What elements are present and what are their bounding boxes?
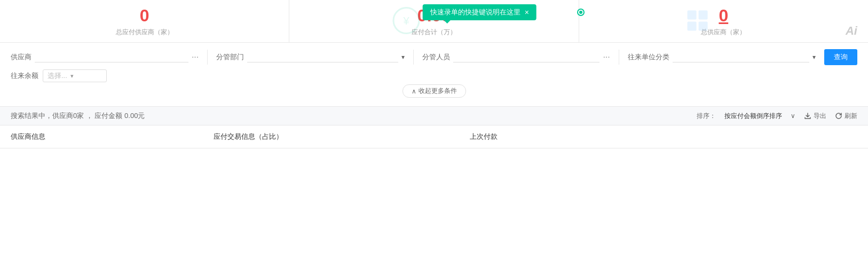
department-chevron[interactable]: ▾ [401, 53, 405, 61]
remainder-placeholder: 选择... [48, 71, 67, 81]
right-actions: 排序： 按应付会额倒序排序 ∨ 导出 刷新 [697, 112, 857, 121]
supplier-label: 供应商 [11, 52, 31, 62]
sort-chevron-icon[interactable]: ∨ [791, 112, 795, 120]
refresh-label: 刷新 [845, 112, 857, 121]
collapse-icon: ∧ [412, 88, 416, 95]
stat-number-payable-suppliers: 0 [140, 5, 149, 26]
manager-input[interactable] [453, 52, 600, 62]
table-header: 供应商信息 应付交易信息（占比） 上次付款 [0, 125, 868, 148]
filter-row-2: 往来余额 选择... ▾ [11, 69, 857, 82]
coin-icon: ¥ [392, 6, 420, 36]
tooltip-text: 快速录单的快捷键说明在这里 [430, 7, 520, 17]
results-text: 搜索结果中，供应商0家 [11, 112, 84, 120]
department-label: 分管部门 [216, 52, 244, 62]
collapse-label: 收起更多条件 [419, 87, 457, 96]
tooltip-close-button[interactable]: × [525, 9, 529, 16]
collapse-button[interactable]: ∧ 收起更多条件 [403, 84, 466, 98]
results-separator: ， [86, 112, 93, 120]
export-label: 导出 [814, 112, 826, 121]
svg-rect-5 [699, 21, 708, 30]
collapse-bar: ∧ 收起更多条件 [11, 82, 857, 102]
category-input[interactable] [673, 52, 809, 62]
remainder-chevron-icon: ▾ [70, 73, 74, 80]
stats-bar: 0 总应付供应商（家） ¥ 0.00 应付合计（万） 快速录单的快捷键说明在这里… [0, 0, 868, 43]
department-filter: 分管部门 ▾ [216, 52, 404, 62]
supplier-dots[interactable]: ··· [192, 52, 199, 62]
grid-icon [686, 9, 709, 34]
ai-label: Ai [846, 24, 857, 38]
manager-dots[interactable]: ··· [603, 52, 610, 62]
shortcut-tooltip: 快速录单的快捷键说明在这里 × [423, 4, 536, 20]
divider-1 [207, 50, 208, 65]
sort-value[interactable]: 按应付会额倒序排序 [724, 112, 782, 121]
filter-row-1: 供应商 ··· 分管部门 ▾ 分管人员 ··· 往来单位分类 ▾ 查询 [11, 49, 857, 65]
divider-2 [413, 50, 414, 65]
stat-number-total-suppliers: 0 [719, 5, 728, 26]
category-filter: 往来单位分类 ▾ [628, 52, 816, 62]
refresh-icon [835, 112, 842, 120]
divider-3 [619, 50, 619, 65]
filter-bar: 供应商 ··· 分管部门 ▾ 分管人员 ··· 往来单位分类 ▾ 查询 [0, 43, 868, 107]
stat-total-payable-suppliers: 0 总应付供应商（家） [0, 0, 289, 42]
department-input[interactable] [247, 52, 398, 62]
supplier-input[interactable] [35, 52, 188, 62]
table-col-transaction-info: 应付交易信息（占比） [214, 132, 470, 142]
export-icon [804, 112, 811, 120]
manager-label: 分管人员 [422, 52, 450, 62]
table-col-last-payment: 上次付款 [470, 132, 857, 142]
svg-text:¥: ¥ [403, 14, 409, 26]
stat-label-payable-suppliers: 总应付供应商（家） [116, 28, 173, 37]
results-amount: 应付金额 0.00元 [94, 112, 145, 120]
category-label: 往来单位分类 [628, 52, 669, 62]
export-button[interactable]: 导出 [804, 112, 826, 121]
svg-rect-2 [688, 10, 697, 19]
query-button[interactable]: 查询 [824, 49, 857, 65]
manager-filter: 分管人员 ··· [422, 52, 610, 62]
table-col-supplier-info: 供应商信息 [11, 132, 214, 142]
stat-payable-total: ¥ 0.00 应付合计（万） 快速录单的快捷键说明在这里 × [289, 0, 579, 42]
table-body [0, 148, 868, 275]
svg-rect-3 [699, 10, 708, 19]
svg-rect-4 [688, 21, 697, 30]
remainder-select[interactable]: 选择... ▾ [43, 69, 107, 82]
results-summary: 搜索结果中，供应商0家 ， 应付金额 0.00元 [11, 111, 145, 121]
refresh-button[interactable]: 刷新 [835, 112, 857, 121]
category-chevron[interactable]: ▾ [812, 53, 816, 61]
remainder-label: 往来余额 [11, 71, 38, 81]
sort-label: 排序： [697, 112, 716, 121]
results-bar: 搜索结果中，供应商0家 ， 应付金额 0.00元 排序： 按应付会额倒序排序 ∨… [0, 107, 868, 125]
stat-total-suppliers: 0 总供应商（家） Ai [579, 0, 868, 42]
supplier-filter: 供应商 ··· [11, 52, 199, 62]
